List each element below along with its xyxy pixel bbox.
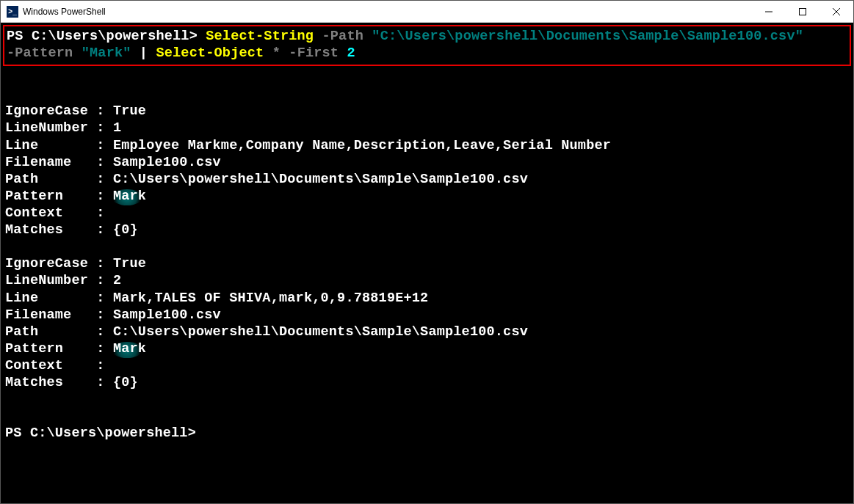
result-row: IgnoreCase : True bbox=[5, 255, 849, 272]
star: * bbox=[272, 45, 281, 61]
param-path: -Path bbox=[322, 29, 364, 44]
powershell-icon: >_ bbox=[7, 6, 18, 18]
field-value: Sample100.csv bbox=[113, 155, 221, 170]
result-row: Matches : {0} bbox=[5, 374, 849, 391]
field-value: 1 bbox=[113, 120, 121, 136]
pattern-match: Mark bbox=[113, 188, 146, 205]
field-value: C:\Users\powershell\Documents\Sample\Sam… bbox=[113, 172, 528, 187]
field-label: Path : bbox=[5, 172, 113, 187]
pipe: | bbox=[131, 45, 156, 61]
window-title: Windows PowerShell bbox=[23, 7, 752, 17]
field-label: Matches : bbox=[5, 375, 113, 390]
result-row: Path : C:\Users\powershell\Documents\Sam… bbox=[5, 171, 849, 188]
result-row: Context : bbox=[5, 205, 849, 222]
field-label: Context : bbox=[5, 358, 113, 373]
field-label: Matches : bbox=[5, 222, 113, 238]
window-controls bbox=[752, 1, 853, 22]
field-value: Sample100.csv bbox=[113, 307, 221, 323]
field-value: C:\Users\powershell\Documents\Sample\Sam… bbox=[113, 324, 528, 340]
field-value: Mark,TALES OF SHIVA,mark,0,9.78819E+12 bbox=[113, 291, 428, 306]
result-row: Line : Employee Markme,Company Name,Desc… bbox=[5, 137, 849, 154]
maximize-button[interactable] bbox=[786, 1, 819, 22]
field-label: Line : bbox=[5, 291, 113, 306]
command-highlight-box: PS C:\Users\powershell> Select-String -P… bbox=[3, 25, 851, 66]
result-row: Matches : {0} bbox=[5, 222, 849, 238]
prompt: PS C:\Users\powershell> bbox=[7, 29, 206, 44]
field-value: Employee Markme,Company Name,Description… bbox=[113, 138, 611, 153]
cmdlet-select-string: Select-String bbox=[206, 29, 314, 44]
result-row: LineNumber : 1 bbox=[5, 120, 849, 136]
output-block: IgnoreCase : True LineNumber : 1 Line : … bbox=[1, 66, 853, 442]
field-value: 2 bbox=[113, 273, 121, 288]
param-pattern: -Pattern bbox=[7, 45, 73, 61]
path-value: "C:\Users\powershell\Documents\Sample\Sa… bbox=[372, 29, 803, 44]
field-value: True bbox=[113, 256, 146, 271]
final-prompt: PS C:\Users\powershell> bbox=[5, 425, 849, 442]
close-button[interactable] bbox=[819, 1, 853, 22]
pattern-value: "Mark" bbox=[82, 45, 131, 61]
pattern-match: Mark bbox=[113, 340, 146, 357]
field-value: {0} bbox=[113, 375, 138, 390]
field-label: Pattern : bbox=[5, 341, 113, 357]
field-label: IgnoreCase : bbox=[5, 256, 113, 271]
title-bar: >_ Windows PowerShell bbox=[1, 1, 853, 23]
field-label: Path : bbox=[5, 324, 113, 340]
terminal-body[interactable]: PS C:\Users\powershell> Select-String -P… bbox=[1, 25, 853, 442]
result-row: Path : C:\Users\powershell\Documents\Sam… bbox=[5, 324, 849, 340]
first-value: 2 bbox=[347, 45, 355, 61]
cmdlet-select-object: Select-Object bbox=[156, 45, 264, 61]
field-label: Filename : bbox=[5, 307, 113, 323]
minimize-button[interactable] bbox=[752, 1, 786, 22]
field-label: Filename : bbox=[5, 155, 113, 170]
field-label: IgnoreCase : bbox=[5, 103, 113, 119]
field-label: LineNumber : bbox=[5, 273, 113, 288]
field-label: LineNumber : bbox=[5, 120, 113, 136]
field-label: Pattern : bbox=[5, 189, 113, 204]
field-label: Line : bbox=[5, 138, 113, 153]
result-row: Filename : Sample100.csv bbox=[5, 307, 849, 324]
field-value: True bbox=[113, 103, 146, 119]
result-row: IgnoreCase : True bbox=[5, 103, 849, 120]
result-row: Filename : Sample100.csv bbox=[5, 154, 849, 171]
result-row: Line : Mark,TALES OF SHIVA,mark,0,9.7881… bbox=[5, 290, 849, 307]
result-row: Pattern : Mark bbox=[5, 340, 849, 357]
field-label: Context : bbox=[5, 205, 113, 221]
result-row: Context : bbox=[5, 357, 849, 374]
field-value: {0} bbox=[113, 222, 138, 238]
svg-rect-1 bbox=[800, 8, 806, 15]
result-row: Pattern : Mark bbox=[5, 188, 849, 205]
result-row: LineNumber : 2 bbox=[5, 272, 849, 289]
param-first: -First bbox=[289, 45, 339, 61]
